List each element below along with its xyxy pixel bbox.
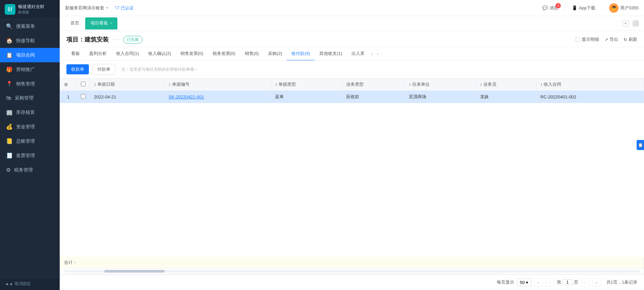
side-panel-toggle[interactable]: 📋 [637,140,644,150]
tab-close-icon[interactable]: × [110,21,112,25]
col-type-label: ↕ 单据类型 [275,82,296,87]
sidebar-item-9[interactable]: 🧾发票管理 [0,148,60,163]
sidebar-header: 财 畅捷通好业财 标准版 [0,0,60,19]
sub-tab-inventory[interactable]: 出入库 [347,47,369,61]
sub-tab-profit[interactable]: 盈利分析 [85,47,111,61]
project-prefix: 项目： [66,36,85,43]
next-page-button[interactable]: › [581,278,590,287]
sidebar-item-10[interactable]: ⚙税务管理 [0,163,60,177]
account-selector[interactable]: 新服务官网演示账套 ▾ [65,5,108,11]
nav-icon-1: 🏠 [6,38,13,44]
nav-icon-7: 💰 [6,124,13,130]
project-title: 项目：建筑安装 [66,35,109,44]
sidebar-item-7[interactable]: 💰资金管理 [0,120,60,134]
export-button[interactable]: ↗ 导出 [604,37,618,43]
table-summary: 合计： [60,257,644,269]
sidebar-nav: 🔍搜索菜单🏠快捷导航📋项目合同🎁营销推广📍销售管理🛍采购管理🏢库存核算💰资金管理… [0,19,60,277]
col-header-contract[interactable]: ↕ 收入合同 [536,78,644,91]
app-download-button[interactable]: 📱 App下载 [572,5,595,11]
cell-biz-type: 应收款 [342,91,405,103]
sidebar-item-4[interactable]: 📍销售管理 [0,77,60,91]
show-detail-checkbox[interactable]: 显示明细 [576,37,599,43]
app-logo: 财 [5,4,15,15]
col-salesman-label: ↕ 业务员 [480,82,496,87]
scroll-track[interactable] [64,270,640,273]
refresh-button[interactable]: ↻ 刷新 [624,37,637,43]
sidebar-item-8[interactable]: 📒总账管理 [0,134,60,148]
sidebar-item-2[interactable]: 📋项目合同 [0,48,60,62]
cell-number[interactable]: SK-20220421-001 [164,91,271,103]
col-date-label: ↕ 单据日期 [94,82,115,87]
number-link[interactable]: SK-20220421-001 [168,94,204,99]
cell-type: 蓝单 [271,91,342,103]
checkbox-icon [576,38,580,42]
page-number-input[interactable] [562,279,573,285]
filter-bar: 收款单 付款单 注：这里是与项目关联的全部收付款单哦～ [60,61,644,78]
last-page-button[interactable]: » [592,278,601,287]
table-scrollbar[interactable] [60,269,644,274]
sub-tab-sales-invoice[interactable]: 销售发票(0) [176,47,208,61]
sub-tab-sales[interactable]: 销售(0) [240,47,264,61]
first-page-button[interactable]: « [534,278,543,287]
nav-icon-2: 📋 [6,52,13,58]
export-label: 导出 [609,37,618,43]
nav-icon-9: 🧾 [6,152,13,159]
per-page-select[interactable]: 50 ▾ [517,279,531,286]
cell-checkbox[interactable] [77,91,90,103]
sub-tab-other-income[interactable]: 其他收支(1) [315,47,347,61]
sub-tab-income-confirm[interactable]: 收入确认(2) [144,47,176,61]
topbar-right: 💬 消息 1 📱 App下载 👦 用户3355 [542,3,639,13]
settings-icon[interactable]: ⚙ [64,82,68,87]
payments-button[interactable]: 付款单 [92,64,115,75]
scroll-thumb[interactable] [104,270,165,273]
nav-label-10: 税务管理 [14,167,33,173]
col-header-number[interactable]: ↕ 单据编号 [164,78,271,91]
col-header-type[interactable]: ↕ 单据类型 [271,78,342,91]
sidebar-item-3[interactable]: 🎁营销推广 [0,62,60,77]
sidebar-item-1[interactable]: 🏠快捷导航 [0,33,60,48]
project-more-button[interactable]: ··· [113,37,119,43]
tab-project-board[interactable]: 项目看板 × [85,17,117,29]
close-button[interactable]: × [623,20,629,26]
messages-button[interactable]: 💬 消息 1 [542,5,558,11]
prev-page-button[interactable]: ‹ [545,278,554,287]
cell-contract: RC-20220401-002 [536,91,644,103]
tabs-bar: 首页 项目看板 × × ⬜ [60,16,644,31]
app-download-label: App下载 [579,5,595,11]
sub-tab-board[interactable]: 看板 [66,47,85,61]
col-header-checkbox [77,78,90,91]
table-row[interactable]: 1 2022-04-21 SK-20220421-001 蓝单 应收款 宏茂商场… [60,91,644,103]
row-checkbox-0[interactable] [81,94,86,99]
nav-label-1: 快捷导航 [16,38,35,44]
select-all-checkbox[interactable] [81,82,86,86]
project-actions: 显示明细 ↗ 导出 ↻ 刷新 [576,37,637,43]
tab-home[interactable]: 首页 [65,17,85,29]
nav-label-4: 销售管理 [16,81,35,87]
sidebar-item-0[interactable]: 🔍搜索菜单 [0,19,60,33]
sub-tab-tax-invoice[interactable]: 税务发票(0) [208,47,240,61]
sidebar-item-5[interactable]: 🛍采购管理 [0,91,60,105]
sub-tab-purchase[interactable]: 采购(2) [263,47,287,61]
sub-tab-next-arrow[interactable]: › [375,48,381,60]
sub-tab-prev-arrow[interactable]: ‹ [369,48,375,60]
col-header-partner[interactable]: ↕ 往来单位 [405,78,476,91]
nav-icon-4: 📍 [6,81,13,87]
col-header-salesman[interactable]: ↕ 业务员 [476,78,536,91]
total-info: 共1页，1条记录 [606,279,637,285]
sub-tab-income-contract[interactable]: 收入合同(1) [111,47,144,61]
export-icon: ↗ [604,37,608,42]
sub-tabs: 看板 盈利分析 收入合同(1) 收入确认(2) 销售发票(0) 税务发票(0) … [60,47,644,61]
maximize-button[interactable]: ⬜ [633,20,639,26]
col-header-date[interactable]: ↕ 单据日期 [90,78,164,91]
col-header-index: ⚙ [60,78,77,91]
user-menu[interactable]: 👦 用户3355 [609,3,639,13]
sub-tab-payment[interactable]: 收付款(4) [287,47,315,61]
phone-icon: 📱 [572,5,577,10]
sidebar-item-6[interactable]: 🏢库存核算 [0,105,60,120]
nav-icon-3: 🎁 [6,66,13,73]
sidebar-footer[interactable]: ◄◄ 取消固定 [0,277,60,290]
nav-label-8: 总账管理 [16,138,35,144]
window-controls: × ⬜ [623,20,639,26]
nav-label-0: 搜索菜单 [16,23,35,29]
receipts-button[interactable]: 收款单 [66,64,89,74]
